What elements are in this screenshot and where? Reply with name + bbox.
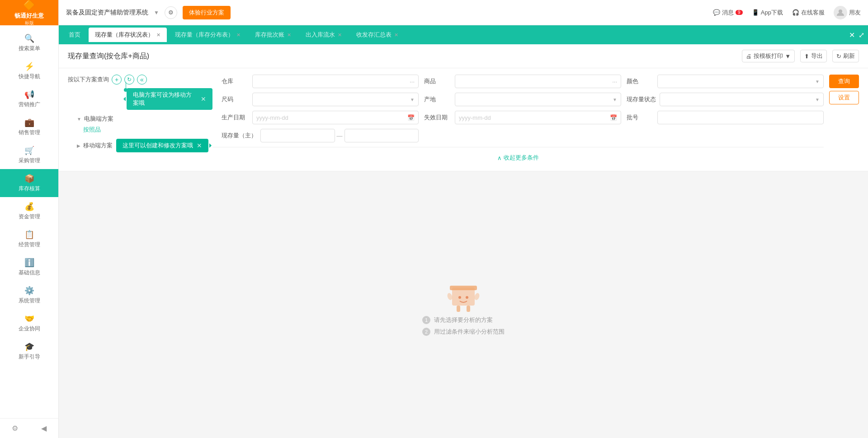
warehouse-label: 仓库 xyxy=(222,77,249,85)
sidebar-item-sales[interactable]: 💼 销售管理 xyxy=(0,113,58,141)
field-size: 尺码 ▼ xyxy=(222,93,419,106)
sidebar-item-marketing[interactable]: 📢 营销推广 xyxy=(0,85,58,113)
export-icon: ⬆ xyxy=(804,53,809,60)
sidebar-collapse-icon[interactable]: ◀ xyxy=(41,424,47,433)
sidebar: 🔶 畅通好生意 标版 🔍 搜索菜单 ⚡ 快捷导航 📢 营销推广 💼 销售管理 🛒… xyxy=(0,0,59,438)
tab-home[interactable]: 首页 xyxy=(62,28,87,42)
tooltip1-close[interactable]: ✕ xyxy=(201,95,206,103)
system-name: 装备及固定资产辅助管理系统 xyxy=(66,9,148,17)
filter-label: 按以下方案查询 xyxy=(68,75,109,84)
production-date-start[interactable]: yyyy-mm-dd 📅 xyxy=(252,111,419,124)
industry-solution-button[interactable]: 体验行业方案 xyxy=(183,6,231,19)
sidebar-settings-icon[interactable]: ⚙ xyxy=(12,424,18,433)
app-version: 标版 xyxy=(25,20,34,26)
sidebar-item-enterprise[interactable]: 🤝 企业协同 xyxy=(0,309,58,337)
system-dropdown-icon[interactable]: ▼ xyxy=(154,9,159,16)
tab-close-all-icon[interactable]: ✕ xyxy=(849,31,855,39)
origin-select-arrow: ▼ xyxy=(613,97,617,102)
sidebar-item-system[interactable]: ⚙️ 系统管理 xyxy=(0,281,58,309)
tab-in-out-flow[interactable]: 出入库流水 ✕ xyxy=(299,28,348,42)
print-template-button[interactable]: 🖨 按模板打印 ▼ xyxy=(742,50,795,62)
tab-summary[interactable]: 收发存汇总表 ✕ xyxy=(350,28,405,42)
settings-button[interactable]: ⚙ xyxy=(165,6,177,19)
tab-stock-status-close[interactable]: ✕ xyxy=(156,32,160,38)
scheme-mobile-header[interactable]: ▶ 移动端方案 xyxy=(77,140,113,151)
expiry-date-calendar-icon[interactable]: 📅 xyxy=(610,114,617,121)
quick-nav-icon: ⚡ xyxy=(24,61,34,71)
search-button[interactable]: 查询 xyxy=(829,75,859,88)
tab-summary-close[interactable]: ✕ xyxy=(394,32,398,38)
sidebar-item-guide[interactable]: 🎓 新手引导 xyxy=(0,337,58,365)
sidebar-item-basic-info[interactable]: ℹ️ 基础信息 xyxy=(0,253,58,281)
customer-service-label: 在线客服 xyxy=(801,9,825,17)
tab-batch-account[interactable]: 库存批次账 ✕ xyxy=(249,28,297,42)
scheme-mobile-label: 移动端方案 xyxy=(83,141,113,150)
messages-label: 消息 xyxy=(722,9,734,17)
filter-top: 按以下方案查询 + ↻ « 电脑方案可设为移动方案哦 xyxy=(68,75,859,165)
user-item[interactable]: 用友 xyxy=(834,6,861,19)
product-dots: ··· xyxy=(612,78,617,85)
tab-summary-label: 收发存汇总表 xyxy=(356,31,392,39)
sidebar-item-purchase[interactable]: 🛒 采购管理 xyxy=(0,141,58,169)
app-download-label: App下载 xyxy=(761,9,783,17)
tab-stock-dist-close[interactable]: ✕ xyxy=(236,32,241,38)
tab-stock-dist[interactable]: 现存量（库存分布表） ✕ xyxy=(169,28,247,42)
expiry-date-input[interactable]: yyyy-mm-dd 📅 xyxy=(455,111,621,124)
batch-no-input[interactable] xyxy=(657,111,824,124)
stock-status-arrow: ▼ xyxy=(815,97,820,102)
scheme-desktop-label: 电脑端方案 xyxy=(84,115,113,123)
empty-step-2: 2 用过滤条件来缩小分析范围 xyxy=(422,328,505,336)
field-product: 商品 ··· xyxy=(424,75,621,88)
qty-range: — xyxy=(260,129,419,142)
sidebar-item-quick-nav[interactable]: ⚡ 快捷导航 xyxy=(0,57,58,85)
customer-service-item[interactable]: 🎧 在线客服 xyxy=(792,9,825,17)
tooltip1[interactable]: 电脑方案可设为移动方案哦 ✕ xyxy=(127,88,212,110)
field-origin: 产地 ▼ xyxy=(424,93,621,106)
tab-fullscreen-icon[interactable]: ⤢ xyxy=(859,31,864,39)
app-download-item[interactable]: 📱 App下载 xyxy=(752,9,783,17)
sidebar-item-inventory[interactable]: 📦 库存核算 xyxy=(0,169,58,197)
tooltip2[interactable]: 这里可以创建和修改方案哦 ✕ xyxy=(116,139,208,152)
qty-range-start[interactable] xyxy=(260,129,335,142)
refresh-button[interactable]: ↻ 刷新 xyxy=(832,50,859,62)
app-logo: 🔶 畅通好生意 标版 xyxy=(0,0,58,25)
add-scheme-button[interactable]: + xyxy=(112,75,122,85)
production-date-label: 生产日期 xyxy=(222,113,249,122)
color-select[interactable]: ▼ xyxy=(657,75,824,88)
svg-rect-2 xyxy=(450,286,477,290)
collapse-row: ∧ 收起更多条件 xyxy=(212,147,824,165)
reset-button[interactable]: 设置 xyxy=(829,91,859,104)
origin-select[interactable]: ▼ xyxy=(455,93,621,106)
sidebar-item-search[interactable]: 🔍 搜索菜单 xyxy=(0,29,58,57)
top-header: 装备及固定资产辅助管理系统 ▼ ⚙ 体验行业方案 💬 消息 9 📱 App下载 … xyxy=(59,0,868,25)
stock-status-select[interactable]: ▼ xyxy=(660,93,824,106)
messages-item[interactable]: 💬 消息 9 xyxy=(713,9,743,17)
filter-header-row: 按以下方案查询 + ↻ « xyxy=(68,75,212,85)
export-button[interactable]: ⬆ 导出 xyxy=(800,50,827,62)
tab-batch-account-close[interactable]: ✕ xyxy=(287,32,291,38)
back-scheme-button[interactable]: « xyxy=(137,75,147,85)
scheme-desktop-header[interactable]: ▼ 电脑端方案 xyxy=(77,113,212,124)
qty-range-end[interactable] xyxy=(344,129,419,142)
scheme-item-photo[interactable]: 按照品 xyxy=(83,124,212,135)
scheme-desktop-items: 按照品 xyxy=(77,124,212,135)
tab-stock-status[interactable]: 现存量（库存状况表） ✕ xyxy=(89,28,167,42)
tab-in-out-flow-close[interactable]: ✕ xyxy=(338,32,342,38)
production-date-calendar-icon[interactable]: 📅 xyxy=(407,114,415,121)
filter-row-4: 现存量（主） — xyxy=(212,129,824,142)
sidebar-item-operation[interactable]: 📋 经营管理 xyxy=(0,225,58,253)
collapse-button[interactable]: ∧ 收起更多条件 xyxy=(497,151,539,165)
warehouse-select[interactable]: ··· xyxy=(252,75,419,88)
color-select-arrow: ▼ xyxy=(815,79,820,84)
step-2-num: 2 xyxy=(422,328,430,336)
product-select[interactable]: ··· xyxy=(455,75,621,88)
size-select[interactable]: ▼ xyxy=(252,93,419,106)
search-icon: 🔍 xyxy=(24,33,34,43)
tooltip2-close[interactable]: ✕ xyxy=(197,142,202,149)
page-actions: 🖨 按模板打印 ▼ ⬆ 导出 ↻ 刷新 xyxy=(742,50,859,62)
refresh-icon: ↻ xyxy=(836,53,841,60)
qty-range-separator: — xyxy=(337,132,343,139)
filter-section: 按以下方案查询 + ↻ « 电脑方案可设为移动方案哦 xyxy=(59,68,868,171)
page-content: 现存量查询(按仓库+商品) 🖨 按模板打印 ▼ ⬆ 导出 ↻ 刷新 xyxy=(59,44,868,438)
sidebar-item-finance[interactable]: 💰 资金管理 xyxy=(0,197,58,225)
